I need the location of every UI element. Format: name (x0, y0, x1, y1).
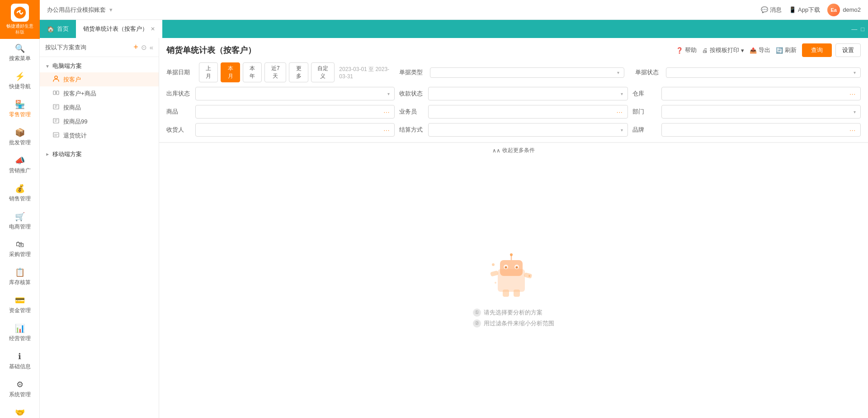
tab-close-icon[interactable]: ✕ (151, 26, 155, 32)
template-print-btn[interactable]: 🖨 按模板打印 ▾ (702, 46, 744, 54)
search-menu-icon: 🔍 (15, 43, 25, 53)
sidebar-item-inventory[interactable]: 📋 库存核算 (0, 263, 39, 291)
settings-scheme-btn[interactable]: ⊙ (141, 43, 147, 52)
tab-home[interactable]: 🏠 首页 (40, 20, 76, 38)
date-btn-this-month[interactable]: 本月 (221, 62, 240, 82)
salesperson-select[interactable]: ··· (428, 105, 627, 119)
goods-select[interactable]: ··· (195, 105, 395, 119)
maximize-icon[interactable]: □ (861, 26, 864, 33)
empty-hints: ① 请先选择要分析的方案 ② 用过滤条件来缩小分析范围 (473, 309, 554, 328)
outbound-select[interactable]: ▾ (195, 87, 395, 100)
svg-rect-24 (524, 272, 532, 279)
export-btn[interactable]: 📤 导出 (750, 46, 770, 54)
sidebar-item-wholesale[interactable]: 📦 批发管理 (0, 123, 39, 151)
sales-icon: 💰 (15, 184, 25, 194)
tree-group-desktop[interactable]: ▼ 电脑端方案 (40, 60, 159, 72)
refresh-btn[interactable]: 🔄 刷新 (776, 46, 797, 54)
svg-rect-16 (500, 260, 523, 276)
consignee-select[interactable]: ··· (195, 123, 395, 137)
help-btn[interactable]: ❓ 帮助 (676, 46, 697, 54)
sidebar-item-label: 快捷导航 (9, 83, 31, 90)
receipt-chevron-icon: ▾ (621, 91, 623, 96)
industry-dropdown-icon[interactable]: ▾ (109, 6, 113, 13)
sidebar-item-marketing[interactable]: 📣 营销推广 (0, 151, 39, 179)
date-btn-custom[interactable]: 自定义 (311, 62, 335, 82)
sidebar-item-label: 电商管理 (9, 223, 31, 231)
svg-rect-23 (490, 270, 499, 276)
tree-item-goods99[interactable]: 按商品99 (40, 114, 159, 128)
sidebar-item-label: 资金管理 (9, 307, 31, 314)
sidebar-item-system[interactable]: ⚙ 系统管理 (0, 375, 39, 403)
settings-button[interactable]: 设置 (835, 43, 861, 57)
sidebar-item-finance[interactable]: 💳 资金管理 (0, 291, 39, 319)
app-download-btn[interactable]: 📱 App下载 (789, 6, 820, 14)
tabs-bar-actions: — □ (851, 26, 868, 33)
warehouse-cell: 仓库 ··· (632, 87, 861, 100)
empty-hint-2: ② 用过滤条件来缩小分析范围 (473, 319, 554, 328)
top-header-right: 💬 消息 📱 App下载 Ea demo2 (761, 4, 861, 16)
basic-info-icon: ℹ (18, 352, 21, 361)
sidebar-item-search-menu[interactable]: 🔍 搜索菜单 (0, 39, 39, 67)
print-dropdown-icon: ▾ (741, 47, 744, 54)
filter-row-2: 出库状态 ▾ 收款状态 ▾ 仓库 (166, 87, 861, 100)
tree-item-return-stats[interactable]: 退货统计 (40, 128, 159, 142)
avatar: Ea (827, 4, 840, 16)
page-title-bar: 销货单统计表（按客户） ❓ 帮助 🖨 按模板打印 ▾ 📤 导出 (159, 38, 868, 57)
query-button[interactable]: 查询 (802, 43, 832, 57)
tree-item-customer-goods[interactable]: 按客户+商品 (40, 86, 159, 100)
goods-label: 商品 (166, 108, 192, 116)
date-btn-this-year[interactable]: 本年 (243, 62, 262, 82)
help-icon: ❓ (676, 47, 683, 54)
tree-item-by-goods[interactable]: 按商品 (40, 100, 159, 114)
sidebar-item-sales[interactable]: 💰 销售管理 (0, 179, 39, 207)
sidebar-item-label: 系统管理 (9, 391, 31, 399)
tree-arrow-right-icon: ▼ (45, 152, 50, 157)
doc-type-select[interactable]: ▾ (430, 67, 625, 78)
goods-cell: 商品 ··· (166, 105, 395, 119)
brand-select[interactable]: ··· (661, 123, 861, 137)
svg-point-28 (528, 275, 530, 277)
collapse-panel-btn[interactable]: « (150, 43, 153, 51)
collapse-conditions-btn[interactable]: ∧∧ 收起更多条件 (159, 142, 868, 158)
brand-label: 品牌 (632, 126, 658, 134)
department-label: 部门 (632, 108, 658, 116)
sidebar-item-retail[interactable]: 🏪 零售管理 (0, 95, 39, 123)
sidebar-item-basic-info[interactable]: ℹ 基础信息 (0, 347, 39, 375)
customer-goods-icon (52, 89, 60, 98)
left-panel: 按以下方案查询 + ⊙ « ▼ 电脑端方案 (40, 38, 159, 418)
consignee-label: 收货人 (166, 126, 192, 134)
sidebar-item-purchase[interactable]: 🛍 采购管理 (0, 235, 39, 263)
date-btn-last-month[interactable]: 上月 (199, 62, 218, 82)
tree-item-label: 按客户 (63, 76, 81, 84)
message-btn[interactable]: 💬 消息 (761, 6, 782, 14)
tab-sales-stats[interactable]: 销货单统计表（按客户） ✕ (76, 20, 162, 38)
receipt-label: 收款状态 (399, 90, 425, 98)
sidebar-item-quick-nav[interactable]: ⚡ 快捷导航 (0, 67, 39, 95)
tree-group-mobile[interactable]: ▼ 移动端方案 (40, 148, 159, 161)
sidebar-item-label: 销售管理 (9, 195, 31, 203)
user-info[interactable]: Ea demo2 (827, 4, 861, 16)
minimize-icon[interactable]: — (851, 26, 857, 33)
date-btn-more[interactable]: 更多 (289, 62, 308, 82)
warehouse-select[interactable]: ··· (661, 87, 861, 100)
doc-status-select[interactable]: ▾ (666, 67, 861, 78)
date-range-text: 2023-03-01 至 2023-03-31 (339, 66, 393, 80)
tree-section-desktop: ▼ 电脑端方案 按客户 (40, 57, 159, 145)
tree-item-by-customer[interactable]: 按客户 (40, 72, 159, 86)
add-scheme-btn[interactable]: + (133, 43, 138, 52)
sidebar-item-enterprise-coop[interactable]: 🤝 企业协同 (0, 403, 39, 418)
date-picker-group: 上月 本月 本年 近7天 更多 自定义 2023-03-01 至 2023-03… (199, 62, 394, 82)
home-icon: 🏠 (47, 26, 54, 33)
goods99-icon (52, 117, 60, 126)
department-select[interactable]: ▾ (661, 105, 861, 119)
brand-dots-icon: ··· (849, 127, 856, 133)
sidebar-item-ecommerce[interactable]: 🛒 电商管理 (0, 207, 39, 235)
date-filter-control: 上月 本月 本年 近7天 更多 自定义 2023-03-01 至 2023-03… (199, 62, 394, 82)
hint-num-2: ② (473, 319, 481, 328)
consignee-dots-icon: ··· (383, 127, 390, 133)
settlement-select[interactable]: ▾ (428, 123, 627, 137)
date-btn-last-7days[interactable]: 近7天 (264, 62, 286, 82)
receipt-select[interactable]: ▾ (428, 87, 627, 100)
sidebar-item-label: 基础信息 (9, 363, 31, 370)
sidebar-item-operations[interactable]: 📊 经营管理 (0, 319, 39, 347)
